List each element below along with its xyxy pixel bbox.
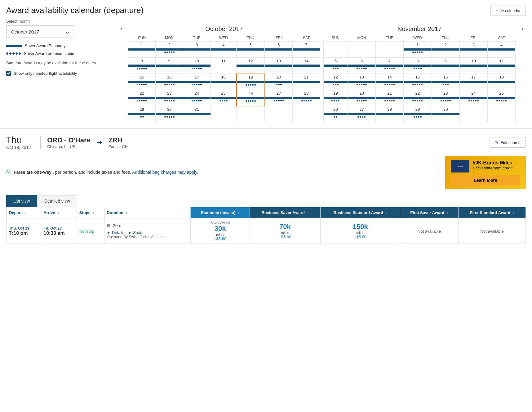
- nov-12[interactable]: 12: [324, 74, 348, 90]
- oct-31[interactable]: 31: [183, 106, 211, 122]
- oct-30[interactable]: 30: [156, 106, 183, 122]
- nov-23[interactable]: 23: [432, 90, 459, 106]
- month-select-dropdown[interactable]: October 2017 ⌄: [6, 25, 74, 38]
- oct-22[interactable]: 22: [128, 90, 156, 106]
- nov-13[interactable]: 13: [348, 74, 375, 90]
- oct-14[interactable]: 14: [293, 58, 320, 74]
- oct-3[interactable]: 3: [183, 42, 211, 58]
- oct-5[interactable]: 5: [237, 42, 265, 58]
- cell-biz-std-award[interactable]: 150k miles +$5.60: [321, 218, 400, 244]
- cell-biz-saver-award[interactable]: 70k miles +$5.60: [250, 218, 320, 244]
- nov-e1: [324, 42, 348, 58]
- nov-9[interactable]: 9: [432, 58, 459, 74]
- flight-info-section: Thu Oct 19, 2017 ORD - O'Hare Chicago, I…: [0, 128, 532, 153]
- col-first-std-header[interactable]: First Standard Award ↕: [459, 207, 526, 218]
- next-month-button[interactable]: ›: [519, 25, 526, 32]
- nov-30[interactable]: 30: [432, 106, 459, 122]
- tab-detailed-view[interactable]: Detailed view: [37, 195, 77, 207]
- oct-7[interactable]: 7: [293, 42, 320, 58]
- nov-17[interactable]: 17: [459, 74, 487, 90]
- col-first-saver-header[interactable]: First Saver Award ↕: [400, 207, 458, 218]
- nov-28[interactable]: 28: [376, 106, 404, 122]
- nov-6[interactable]: 6: [348, 58, 375, 74]
- oct-8[interactable]: 8: [128, 58, 156, 74]
- oct-23[interactable]: 23: [156, 90, 183, 106]
- hide-calendar-button[interactable]: Hide calendar: [490, 6, 526, 16]
- cell-economy-award[interactable]: Saver Award 30k miles +$5.60: [191, 218, 250, 244]
- nov-10[interactable]: 10: [459, 58, 487, 74]
- flight-dow: Thu: [6, 135, 31, 145]
- nov-16[interactable]: 16: [432, 74, 459, 90]
- oct-25[interactable]: 25: [211, 90, 236, 106]
- col-stops-header[interactable]: Stops ↕: [77, 207, 104, 218]
- col-economy-header[interactable]: Economy (lowest) ↕: [191, 207, 250, 218]
- nov-19[interactable]: 19: [324, 90, 348, 106]
- nov-8[interactable]: 8: [404, 58, 432, 74]
- view-tabs: List view Detailed view: [6, 195, 526, 207]
- oct-26[interactable]: 26: [237, 90, 265, 106]
- seats-link[interactable]: ► Seats: [128, 230, 144, 235]
- col-duration-header[interactable]: Duration ↕: [104, 207, 191, 218]
- oct-20[interactable]: 20: [265, 74, 293, 90]
- flight-dest-city: Zurich, CH: [109, 144, 128, 149]
- oct-15[interactable]: 15: [128, 74, 156, 90]
- tab-list-view[interactable]: List view: [6, 195, 37, 207]
- nov-4[interactable]: 4: [488, 42, 516, 58]
- oct-16[interactable]: 16: [156, 74, 183, 90]
- nov-15[interactable]: 15: [404, 74, 432, 90]
- bag-charges-link[interactable]: Additional bag charges may apply.: [132, 170, 198, 175]
- nonstop-checkbox[interactable]: [6, 71, 11, 76]
- nov-14[interactable]: 14: [376, 74, 404, 90]
- oct-28[interactable]: 28: [293, 90, 320, 106]
- oct-17[interactable]: 17: [183, 74, 211, 90]
- table-row: Thu, Oct 19 7:10 pm Fri, Oct 20 10:30 am…: [7, 218, 526, 244]
- learn-more-button[interactable]: Learn More: [451, 175, 520, 185]
- nov-1[interactable]: 1: [404, 42, 432, 58]
- nov-27[interactable]: 27: [348, 106, 375, 122]
- oct-21[interactable]: 21: [293, 74, 320, 90]
- col-biz-saver-header[interactable]: Business Saver Award ↕: [250, 207, 320, 218]
- flight-date-text: Thu Oct 19, 2017: [6, 135, 31, 150]
- nov-20[interactable]: 20: [348, 90, 375, 106]
- oct-6[interactable]: 6: [265, 42, 293, 58]
- oct-10[interactable]: 10: [183, 58, 211, 74]
- oct-mon-header: MON: [156, 34, 183, 42]
- oct-12[interactable]: 12: [237, 58, 265, 74]
- col-depart-header[interactable]: Depart ↕: [7, 207, 41, 218]
- details-link[interactable]: ► Details: [107, 230, 124, 235]
- nov-18[interactable]: 18: [488, 74, 516, 90]
- oct-19[interactable]: 19: [237, 74, 265, 90]
- oct-13[interactable]: 13: [265, 58, 293, 74]
- nov-2[interactable]: 2: [432, 42, 459, 58]
- col-biz-std-header[interactable]: Business Standard Award ↕: [321, 207, 400, 218]
- oct-29[interactable]: 29: [128, 106, 156, 122]
- edit-search-button[interactable]: ✎ Edit search: [490, 137, 526, 148]
- nov-22[interactable]: 22: [404, 90, 432, 106]
- first-saver-na: Not available: [418, 229, 441, 234]
- nov-25[interactable]: 25: [488, 90, 516, 106]
- oct-18[interactable]: 18: [211, 74, 236, 90]
- bonus-ad-banner[interactable]: VISA 50K Bonus Miles + $50 statement cre…: [445, 156, 526, 189]
- nov-3[interactable]: 3: [459, 42, 487, 58]
- oct-9[interactable]: 9: [156, 58, 183, 74]
- nov-11[interactable]: 11: [488, 58, 516, 74]
- oct-24[interactable]: 24: [183, 90, 211, 106]
- oct-4[interactable]: 4: [211, 42, 236, 58]
- nov-24[interactable]: 24: [459, 90, 487, 106]
- nov-29[interactable]: 29: [404, 106, 432, 122]
- stops-value: Nonstop: [79, 229, 94, 234]
- oct-fri-header: FRI: [265, 34, 293, 42]
- oct-27[interactable]: 27: [265, 90, 293, 106]
- flight-dest-code: ZRH: [109, 136, 128, 144]
- nov-26[interactable]: 26: [324, 106, 348, 122]
- col-arrive-header[interactable]: Arrive ↕: [41, 207, 77, 218]
- oct-11[interactable]: 11: [211, 58, 236, 74]
- nov-5[interactable]: 5: [324, 58, 348, 74]
- oct-1[interactable]: 1: [128, 42, 156, 58]
- oct-2[interactable]: 2: [156, 42, 183, 58]
- prev-month-button[interactable]: ‹: [118, 25, 125, 32]
- economy-award-type: Saver Award: [193, 221, 247, 225]
- nov-21[interactable]: 21: [376, 90, 404, 106]
- calendar-controls: October 2017 ⌄ Saver Award Economy Saver…: [6, 25, 526, 122]
- nov-7[interactable]: 7: [376, 58, 404, 74]
